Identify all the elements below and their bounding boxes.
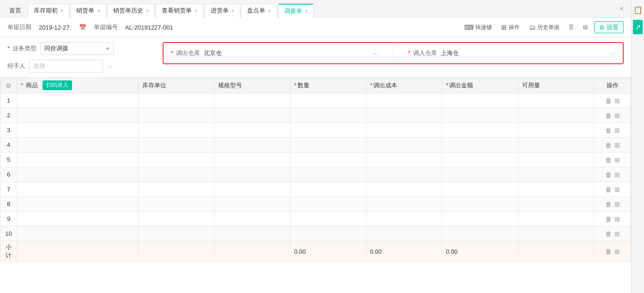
table-cell[interactable] (139, 123, 214, 138)
table-cell[interactable] (17, 138, 139, 153)
table-cell[interactable] (366, 123, 442, 138)
table-cell[interactable] (17, 153, 139, 167)
table-cell[interactable] (518, 93, 594, 108)
table-cell[interactable] (518, 241, 594, 262)
table-cell[interactable] (366, 93, 442, 108)
table-cell[interactable] (518, 123, 594, 138)
tab-inventory-check[interactable]: 盘点单 × (241, 4, 277, 18)
delete-icon[interactable]: 🗑 (605, 141, 612, 149)
table-cell[interactable] (214, 138, 290, 153)
table-cell[interactable] (518, 153, 594, 167)
table-cell[interactable] (214, 123, 290, 138)
table-cell[interactable] (17, 197, 139, 212)
copy-icon[interactable]: ⊞ (614, 201, 620, 208)
close-icon[interactable]: × (194, 8, 197, 13)
table-cell[interactable] (290, 138, 366, 153)
delete-icon[interactable]: 🗑 (605, 230, 612, 238)
tab-purchase-order[interactable]: 进货单 × (205, 4, 240, 18)
table-cell[interactable] (442, 226, 518, 241)
table-cell[interactable] (17, 123, 139, 138)
table-cell[interactable] (139, 197, 214, 212)
setting-button[interactable]: ⚙ 设置 (594, 21, 624, 33)
document-icon[interactable]: 📋 (632, 4, 644, 16)
transfer-in-more-button[interactable]: ··· (610, 50, 615, 57)
handler-more-button[interactable]: ··· (107, 63, 112, 70)
calendar-icon[interactable]: 📅 (79, 24, 86, 31)
delete-icon[interactable]: 🗑 (605, 97, 612, 104)
table-cell[interactable] (366, 153, 442, 167)
close-icon[interactable]: × (97, 8, 100, 13)
copy-icon[interactable]: ⊞ (614, 230, 620, 238)
close-all-button[interactable]: × (616, 5, 627, 13)
table-cell[interactable] (214, 182, 290, 197)
table-cell[interactable] (139, 226, 214, 241)
delete-icon[interactable]: 🗑 (605, 112, 612, 119)
table-cell[interactable] (290, 123, 366, 138)
table-cell[interactable] (17, 167, 139, 182)
table-cell[interactable] (442, 197, 518, 212)
table-cell[interactable] (214, 167, 290, 182)
table-cell[interactable] (366, 167, 442, 182)
operation-button[interactable]: ⊞ 操作 (498, 23, 522, 32)
copy-icon[interactable]: ⊞ (614, 97, 620, 104)
table-cell[interactable] (518, 197, 594, 212)
layout-btn-2[interactable]: ⊟ (580, 23, 590, 31)
table-cell[interactable] (290, 93, 366, 108)
table-cell[interactable] (17, 212, 139, 226)
copy-icon[interactable]: ⊞ (614, 186, 620, 193)
table-cell[interactable] (214, 153, 290, 167)
table-cell[interactable] (139, 212, 214, 226)
business-type-select[interactable]: 同价调拨 ▼ (40, 42, 114, 55)
gear-icon[interactable]: ⚙ (6, 82, 12, 89)
table-cell[interactable] (442, 138, 518, 153)
table-cell[interactable] (139, 108, 214, 123)
table-cell[interactable] (17, 182, 139, 197)
copy-icon[interactable]: ⊞ (614, 141, 620, 149)
history-button[interactable]: 🗂 历史单据 (526, 23, 562, 32)
table-cell[interactable] (366, 226, 442, 241)
table-cell[interactable] (442, 212, 518, 226)
delete-icon[interactable]: 🗑 (605, 215, 612, 223)
export-icon[interactable]: ↗ (633, 20, 643, 34)
table-cell[interactable] (366, 182, 442, 197)
table-cell[interactable] (290, 167, 366, 182)
table-cell[interactable] (442, 153, 518, 167)
copy-icon[interactable]: ⊞ (614, 156, 620, 164)
close-icon[interactable]: × (61, 8, 63, 13)
tab-view-sales[interactable]: 查看销货单 × (156, 4, 203, 18)
scan-button[interactable]: 扫码录入 (43, 80, 72, 90)
layout-btn-1[interactable]: ☰ (566, 23, 577, 31)
table-cell[interactable] (366, 138, 442, 153)
copy-icon[interactable]: ⊞ (614, 112, 620, 119)
delete-icon[interactable]: 🗑 (605, 201, 612, 208)
table-cell[interactable] (518, 212, 594, 226)
column-gear[interactable]: ⚙ (0, 78, 17, 93)
tab-home[interactable]: 首页 (4, 4, 27, 18)
table-cell[interactable] (17, 108, 139, 123)
table-cell[interactable] (290, 226, 366, 241)
copy-icon[interactable]: ⊞ (614, 248, 620, 255)
tab-inventory-init[interactable]: 库存期初 × (28, 4, 69, 18)
table-cell[interactable] (290, 108, 366, 123)
close-icon[interactable]: × (268, 8, 271, 13)
shortcut-button[interactable]: ⌨ 快捷键 (462, 23, 495, 32)
delete-icon[interactable]: 🗑 (605, 186, 612, 193)
tab-sales-order[interactable]: 销货单 × (70, 4, 106, 18)
table-cell[interactable] (518, 138, 594, 153)
delete-icon[interactable]: 🗑 (605, 156, 612, 164)
table-cell[interactable] (366, 197, 442, 212)
table-cell[interactable] (518, 182, 594, 197)
table-cell[interactable] (214, 212, 290, 226)
table-cell[interactable] (442, 108, 518, 123)
table-cell[interactable] (290, 197, 366, 212)
table-cell[interactable] (139, 93, 214, 108)
table-cell[interactable] (518, 167, 594, 182)
copy-icon[interactable]: ⊞ (614, 215, 620, 223)
table-cell[interactable] (17, 93, 139, 108)
table-cell[interactable] (139, 138, 214, 153)
tab-sales-history[interactable]: 销货单历史 × (107, 4, 155, 18)
copy-icon[interactable]: ⊞ (614, 171, 620, 178)
table-cell[interactable] (290, 182, 366, 197)
table-cell[interactable] (139, 241, 214, 262)
close-icon[interactable]: × (305, 8, 308, 14)
